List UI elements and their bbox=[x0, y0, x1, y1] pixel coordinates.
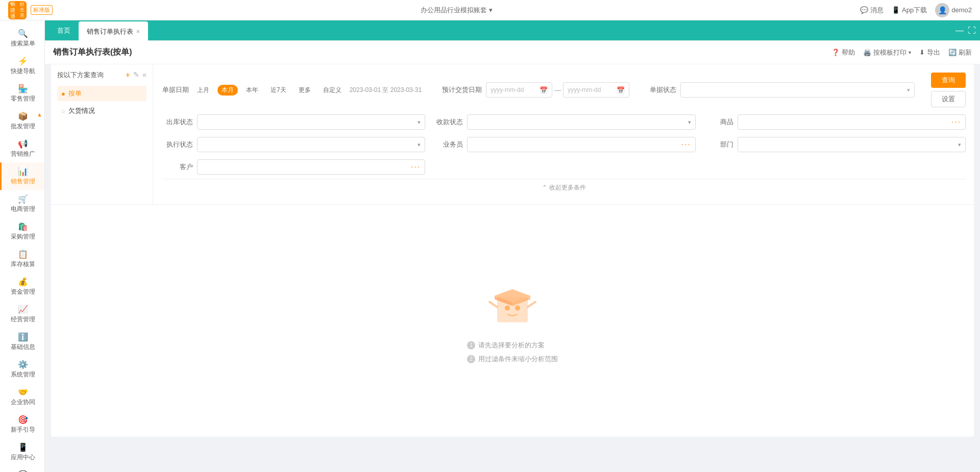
app-download-btn[interactable]: 📱 App下载 bbox=[892, 6, 927, 15]
department-select[interactable]: ▾ bbox=[738, 137, 966, 152]
date-btn-more[interactable]: 更多 bbox=[295, 85, 315, 96]
sidebar-label-basicinfo: 基础信息 bbox=[11, 343, 35, 351]
filter-salesperson: 业务员 ··· bbox=[432, 137, 695, 152]
menu-item-byorder[interactable]: ● 按单 bbox=[57, 86, 146, 101]
payment-label: 收款状态 bbox=[432, 117, 463, 127]
product-input[interactable]: ··· bbox=[738, 114, 966, 130]
setting-btn[interactable]: 设置 bbox=[931, 91, 966, 107]
sidebar-item-ecommerce[interactable]: 🛒 电商管理 bbox=[0, 190, 44, 218]
retail-icon: 🏪 bbox=[18, 84, 28, 93]
salesperson-input[interactable]: ··· bbox=[467, 137, 695, 152]
left-panel-title: 按以下方案查询 bbox=[57, 70, 104, 80]
export-btn[interactable]: ⬇ 导出 bbox=[919, 48, 940, 57]
page-actions: ❓ 帮助 🖨️ 按模板打印 ▾ ⬇ 导出 🔄 刷新 bbox=[831, 48, 972, 57]
sidebar-item-sales[interactable]: 📊 销售管理 bbox=[0, 162, 44, 190]
menu-item-shortage[interactable]: ○ 欠货情况 bbox=[57, 103, 146, 119]
collapse-panel-btn[interactable]: « bbox=[142, 70, 146, 80]
header-right: 💬 消息 📱 App下载 👤 demo2 bbox=[860, 3, 972, 17]
sidebar-item-quicknav[interactable]: ⚡ 快捷导航 bbox=[0, 52, 44, 80]
minimize-btn[interactable]: — bbox=[955, 26, 964, 35]
operations-icon: 📈 bbox=[18, 304, 28, 314]
tab-home[interactable]: 首页 bbox=[49, 20, 79, 41]
empty-state: 1 请先选择要分析的方案 2 用过滤条件来缩小分析范围 bbox=[51, 205, 974, 437]
nav-arrow-icon[interactable]: ▾ bbox=[489, 6, 493, 14]
tab-sales-exec[interactable]: 销售订单执行表 × bbox=[79, 21, 148, 42]
sidebar-item-basicinfo[interactable]: ℹ️ 基础信息 bbox=[0, 328, 44, 356]
sidebar-item-wholesale[interactable]: 📦 批发管理 ▲ bbox=[0, 107, 44, 135]
filter-exec-status: 执行状态 ▾ bbox=[162, 137, 425, 152]
date-btn-prev[interactable]: 上月 bbox=[193, 85, 213, 96]
left-panel-header: 按以下方案查询 + ✎ « bbox=[57, 70, 146, 80]
app-logo: 畅捷通 好生意 bbox=[8, 1, 27, 19]
app-tag: 标准版 bbox=[31, 5, 53, 15]
status-select[interactable]: ▾ bbox=[680, 82, 915, 98]
outbound-select[interactable]: ▾ bbox=[197, 114, 425, 130]
predicted-date-end[interactable]: yyyy-mm-dd 📅 bbox=[563, 82, 629, 98]
date-separator: — bbox=[554, 86, 561, 94]
sidebar-item-wechat[interactable]: 💬 企业微信 bbox=[0, 466, 44, 472]
date-btn-current[interactable]: 本月 bbox=[217, 85, 238, 96]
maximize-btn[interactable]: ⛶ bbox=[968, 26, 976, 35]
filter-row-1: 出库状态 ▾ 收款状态 ▾ bbox=[162, 114, 966, 130]
date-btn-7days[interactable]: 近7天 bbox=[266, 85, 290, 96]
sidebar-label-quicknav: 快捷导航 bbox=[11, 67, 35, 76]
payment-select[interactable]: ▾ bbox=[467, 114, 695, 130]
finance-icon: 💰 bbox=[18, 277, 28, 287]
message-btn[interactable]: 💬 消息 bbox=[860, 6, 884, 15]
sidebar-item-marketing[interactable]: 📢 营销推广 bbox=[0, 135, 44, 162]
sidebar-item-collab[interactable]: 🤝 企业协同 bbox=[0, 383, 44, 411]
step2-num: 2 bbox=[467, 355, 475, 363]
date-end-placeholder: yyyy-mm-dd bbox=[568, 86, 601, 93]
sidebar-item-appcenter[interactable]: 📱 应用中心 bbox=[0, 438, 44, 466]
date-btn-custom[interactable]: 自定义 bbox=[319, 85, 346, 96]
date-buttons: 上月 本月 本年 近7天 更多 自定义 bbox=[193, 85, 346, 96]
sidebar-item-finance[interactable]: 💰 资金管理 bbox=[0, 273, 44, 300]
customer-input[interactable]: ··· bbox=[197, 159, 425, 175]
empty-illustration bbox=[487, 276, 538, 329]
customer-label: 客户 bbox=[162, 162, 193, 172]
edit-scheme-btn[interactable]: ✎ bbox=[133, 70, 139, 80]
date-start-placeholder: yyyy-mm-dd bbox=[491, 86, 524, 93]
avatar: 👤 bbox=[935, 3, 949, 17]
sidebar-label-sales: 销售管理 bbox=[11, 177, 35, 186]
sidebar-item-search[interactable]: 🔍 搜索菜单 bbox=[0, 25, 44, 52]
right-filter-panel: 单据日期 上月 本月 本年 近7天 更多 自定义 2023-03-01 至 20… bbox=[154, 64, 974, 204]
calendar-start-icon: 📅 bbox=[540, 86, 548, 94]
status-label: 单据状态 bbox=[650, 85, 676, 95]
user-avatar-btn[interactable]: 👤 demo2 bbox=[935, 3, 972, 17]
help-btn[interactable]: ❓ 帮助 bbox=[831, 48, 855, 57]
top-header: 畅捷通 好生意 标准版 办公用品行业模拟账套 ▾ 💬 消息 📱 App下载 👤 … bbox=[0, 0, 980, 20]
left-panel: 按以下方案查询 + ✎ « ● 按单 ○ 欠货情况 bbox=[51, 64, 153, 204]
exec-status-select[interactable]: ▾ bbox=[197, 137, 425, 152]
wholesale-icon: 📦 bbox=[18, 111, 28, 121]
print-btn[interactable]: 🖨️ 按模板打印 ▾ bbox=[863, 48, 911, 57]
sidebar-label-appcenter: 应用中心 bbox=[11, 453, 35, 462]
tab-close-btn[interactable]: × bbox=[136, 28, 140, 35]
department-arrow-icon: ▾ bbox=[958, 141, 961, 148]
date-label: 单据日期 bbox=[162, 85, 189, 95]
add-scheme-btn[interactable]: + bbox=[126, 70, 130, 80]
appcenter-icon: 📱 bbox=[18, 442, 28, 452]
empty-step2: 用过滤条件来缩小分析范围 bbox=[478, 353, 558, 365]
help-label: 帮助 bbox=[842, 48, 855, 57]
sidebar-item-retail[interactable]: 🏪 零售管理 bbox=[0, 80, 44, 107]
tab-actions: — ⛶ bbox=[955, 26, 976, 35]
empty-state-content: 1 请先选择要分析的方案 2 用过滤条件来缩小分析范围 bbox=[51, 235, 974, 406]
predicted-date-start[interactable]: yyyy-mm-dd 📅 bbox=[486, 82, 552, 98]
menu-item-byorder-label: 按单 bbox=[68, 89, 82, 98]
menu-item-shortage-label: 欠货情况 bbox=[68, 106, 95, 115]
filter-department: 部门 ▾ bbox=[703, 137, 966, 152]
main-layout: 🔍 搜索菜单 ⚡ 快捷导航 🏪 零售管理 📦 批发管理 ▲ 📢 营销推广 📊 销… bbox=[0, 20, 980, 472]
sidebar-item-purchase[interactable]: 🛍️ 采购管理 bbox=[0, 218, 44, 245]
sidebar-item-inventory[interactable]: 📋 库存核算 bbox=[0, 245, 44, 273]
tab-bar: 首页 销售订单执行表 × — ⛶ bbox=[45, 20, 980, 41]
refresh-btn[interactable]: 🔄 刷新 bbox=[948, 48, 972, 57]
sidebar-item-newuser[interactable]: 🎯 新手引导 bbox=[0, 411, 44, 438]
sidebar-item-system[interactable]: ⚙️ 系统管理 bbox=[0, 356, 44, 383]
sidebar-item-operations[interactable]: 📈 经营管理 bbox=[0, 300, 44, 328]
collapse-icon: ⌃ bbox=[542, 184, 547, 191]
sidebar-label-collab: 企业协同 bbox=[11, 398, 35, 407]
query-btn[interactable]: 查询 bbox=[931, 73, 966, 88]
date-btn-year[interactable]: 本年 bbox=[242, 85, 262, 96]
collapse-bar[interactable]: ⌃ 收起更多条件 bbox=[162, 179, 966, 196]
